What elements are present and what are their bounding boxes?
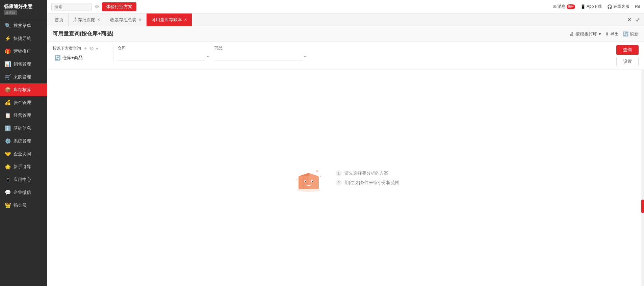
warehouse-input[interactable]: [118, 52, 205, 60]
svg-point-12: [296, 179, 298, 180]
sidebar-label-search: 搜索菜单: [14, 23, 31, 29]
empty-tips: 1 请先选择要分析的方案 2 用[过滤]条件来缩小分析范围: [336, 170, 400, 186]
expand-button[interactable]: ⤢: [634, 15, 641, 24]
sidebar-icon-sales: 📊: [5, 61, 11, 67]
tab-home[interactable]: 首页: [50, 14, 69, 26]
svg-point-10: [316, 170, 318, 172]
sidebar-item-marketing[interactable]: 🎁营销推广: [0, 45, 47, 58]
page-header: 可用量查询(按仓库+商品) 🖨 按模板打印 ▾ ⬆ 导出 🔄 刷新: [47, 26, 644, 42]
product-input[interactable]: [214, 52, 302, 60]
online-service-button[interactable]: 🎧 在线客服: [607, 4, 629, 9]
app-label: App下载: [587, 4, 602, 9]
gear-icon[interactable]: ⚙: [95, 3, 99, 10]
sidebar-item-apps[interactable]: 📱应用中心: [0, 173, 47, 186]
tabbar-buttons: ✕ ⤢: [626, 15, 644, 24]
sidebar-item-system[interactable]: ⚙️系统管理: [0, 135, 47, 148]
message-badge: 99+: [567, 4, 575, 9]
warehouse-more-icon[interactable]: ···: [207, 53, 209, 59]
product-more-icon[interactable]: ···: [304, 53, 306, 59]
user-menu[interactable]: Rit: [635, 4, 640, 9]
trial-button[interactable]: 体验行业方案: [102, 2, 136, 11]
sidebar-item-search[interactable]: 🔍搜索菜单: [0, 19, 47, 32]
user-name: Rit: [635, 4, 640, 9]
sidebar-item-wechat[interactable]: 💬企业微信: [0, 186, 47, 199]
export-icon: ⬆: [605, 31, 609, 36]
filter-fields: 仓库 ··· 商品 ···: [118, 45, 611, 60]
sidebar-item-finance[interactable]: 💰资金管理: [0, 96, 47, 109]
settings-scheme-icon[interactable]: ⊙: [90, 46, 94, 51]
sidebar: 畅康通好生意 标准版 🔍搜索菜单⚡快捷导航🎁营销推广📊销售管理🛒采购管理📦库存核…: [0, 0, 47, 286]
export-button[interactable]: ⬆ 导出: [605, 31, 619, 37]
sidebar-item-inventory[interactable]: 📦库存核算: [0, 83, 47, 96]
svg-marker-3: [309, 173, 319, 176]
tab-receive-summary[interactable]: 收发存汇总表✕: [105, 14, 147, 26]
topbar-actions: ✉ 消息 99+ 📱 App下载 🎧 在线客服 Rit: [553, 4, 640, 9]
message-label: 消息: [558, 4, 566, 9]
product-filter-field: 商品 ···: [214, 45, 306, 60]
sidebar-item-newbie[interactable]: 🌟新手引导: [0, 160, 47, 173]
brand-name: 畅康通好生意: [4, 3, 43, 9]
print-button[interactable]: 🖨 按模板打印 ▾: [570, 31, 601, 37]
sidebar-icon-apps: 📱: [5, 177, 11, 183]
sidebar-label-marketing: 营销推广: [14, 48, 31, 54]
tab-close-available-ledger[interactable]: ✕: [184, 18, 187, 22]
sidebar-label-sales: 销售管理: [14, 61, 31, 67]
messages-button[interactable]: ✉ 消息 99+: [553, 4, 575, 9]
topbar-search-input[interactable]: [51, 3, 92, 10]
scheme-header: 按以下方案查询 ＋ ⊙ «: [53, 45, 109, 51]
print-dropdown-icon[interactable]: ▾: [599, 31, 601, 36]
scheme-item-warehouse-product[interactable]: 🔄 仓库+商品: [53, 53, 109, 62]
sidebar-scroll: 🔍搜索菜单⚡快捷导航🎁营销推广📊销售管理🛒采购管理📦库存核算💰资金管理📋经营管理…: [0, 19, 47, 286]
svg-point-9: [312, 181, 313, 182]
sidebar-icon-wechat: 💬: [5, 189, 11, 196]
tab-available-ledger[interactable]: 可用量库存账本✕: [147, 14, 192, 26]
print-icon: 🖨: [570, 31, 574, 36]
refresh-icon: 🔄: [623, 31, 628, 36]
main-area: ⚙ 体验行业方案 ✉ 消息 99+ 📱 App下载 🎧 在线客服 Rit 首页库: [47, 0, 644, 286]
sidebar-item-sales[interactable]: 📊销售管理: [0, 58, 47, 71]
page-title: 可用量查询(按仓库+商品): [53, 30, 113, 37]
sidebar-item-operations[interactable]: 📋经营管理: [0, 109, 47, 122]
sidebar-item-member[interactable]: 👑畅会员: [0, 199, 47, 212]
service-icon: 🎧: [607, 4, 612, 9]
warehouse-label: 仓库: [118, 45, 209, 51]
scheme-header-label: 按以下方案查询: [53, 46, 81, 51]
tab-label-receive-summary: 收发存汇总表: [110, 17, 136, 23]
sidebar-item-purchase[interactable]: 🛒采购管理: [0, 71, 47, 83]
empty-state: 1 请先选择要分析的方案 2 用[过滤]条件来缩小分析范围: [292, 161, 400, 195]
scheme-item-icon: 🔄: [55, 55, 60, 60]
scheme-item-label: 仓库+商品: [62, 55, 83, 61]
sidebar-item-enterprise[interactable]: 🤝企业协同: [0, 148, 47, 160]
app-icon: 📱: [581, 4, 586, 9]
filter-settings-button[interactable]: 设置: [616, 57, 639, 66]
tip-item-1: 1 请先选择要分析的方案: [336, 170, 400, 176]
close-all-tabs-button[interactable]: ✕: [626, 15, 633, 24]
tab-batch-account[interactable]: 库存批次账✕: [69, 14, 105, 26]
sidebar-item-shortcut[interactable]: ⚡快捷导航: [0, 32, 47, 45]
tip-text-2: 用[过滤]条件来缩小分析范围: [344, 180, 400, 186]
app-download-button[interactable]: 📱 App下载: [581, 4, 602, 9]
sidebar-item-basic[interactable]: ℹ️基础信息: [0, 122, 47, 135]
sidebar-icon-enterprise: 🤝: [5, 151, 11, 157]
service-label: 在线客服: [613, 4, 629, 9]
sidebar-label-enterprise: 企业协同: [14, 151, 31, 157]
product-input-wrapper: ···: [214, 52, 306, 60]
add-scheme-icon[interactable]: ＋: [83, 45, 88, 51]
sidebar-icon-basic: ℹ️: [5, 125, 11, 131]
filter-area: 按以下方案查询 ＋ ⊙ « 🔄 仓库+商品 仓库 ··· 商品: [47, 42, 644, 70]
svg-marker-2: [299, 173, 309, 176]
tab-label-batch-account: 库存批次账: [73, 17, 95, 23]
refresh-button[interactable]: 🔄 刷新: [623, 31, 639, 37]
sidebar-label-basic: 基础信息: [14, 125, 31, 131]
sidebar-label-purchase: 采购管理: [14, 74, 31, 80]
topbar: ⚙ 体验行业方案 ✉ 消息 99+ 📱 App下载 🎧 在线客服 Rit: [47, 0, 644, 14]
empty-illustration: [292, 161, 326, 195]
tab-close-batch-account[interactable]: ✕: [97, 18, 100, 22]
right-scrollbar[interactable]: [641, 70, 644, 286]
sidebar-label-newbie: 新手引导: [14, 164, 31, 170]
tab-close-receive-summary[interactable]: ✕: [138, 18, 141, 22]
collapse-icon[interactable]: «: [96, 46, 99, 51]
query-button[interactable]: 查询: [616, 45, 639, 55]
sidebar-icon-inventory: 📦: [5, 87, 11, 93]
sidebar-label-system: 系统管理: [14, 138, 31, 144]
